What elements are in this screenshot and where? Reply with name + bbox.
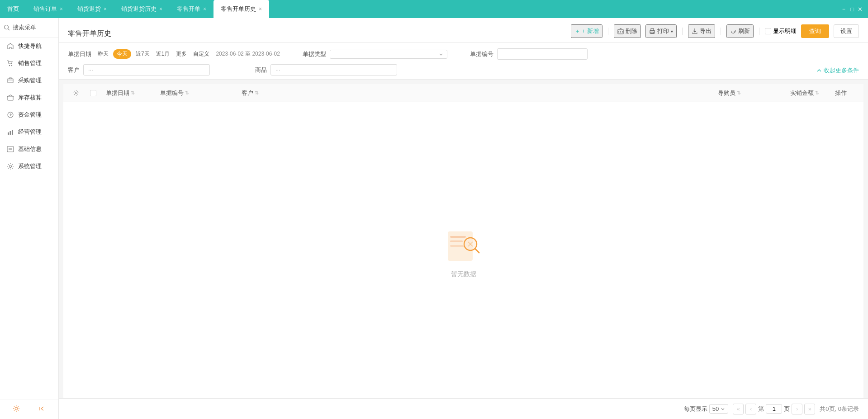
th-salesperson[interactable]: 导购员 ⇅ xyxy=(714,89,768,97)
collapse-button[interactable]: 收起更多条件 xyxy=(816,66,859,75)
chart-icon xyxy=(6,128,14,136)
table-wrapper: 单据日期 ⇅ 单据编号 ⇅ 客户 ⇅ 导购员 ⇅ 实销金额 ⇅ xyxy=(63,84,863,398)
delete-button[interactable]: 删除 xyxy=(614,24,641,38)
divider1 xyxy=(608,28,608,35)
date-opt-yesterday[interactable]: 昨天 xyxy=(96,49,110,59)
svg-rect-26 xyxy=(450,236,466,238)
tab-close-sales-return-history[interactable]: × xyxy=(159,6,162,12)
show-detail-toggle[interactable]: 显示明细 xyxy=(765,27,797,35)
th-date[interactable]: 单据日期 ⇅ xyxy=(102,89,157,97)
svg-rect-7 xyxy=(8,132,9,135)
customer-filter-field: 客户 ··· xyxy=(68,64,210,75)
date-opt-last-month[interactable]: 近1月 xyxy=(154,49,172,59)
order-no-input[interactable] xyxy=(497,48,588,60)
query-button[interactable]: 查询 xyxy=(801,24,829,38)
per-page-selector: 每页显示 50 xyxy=(684,404,728,414)
th-amount[interactable]: 实销金额 ⇅ xyxy=(768,89,823,97)
svg-rect-5 xyxy=(8,96,13,100)
minimize-button[interactable]: － xyxy=(841,5,847,13)
maximize-button[interactable]: □ xyxy=(850,6,854,13)
th-customer-label: 客户 xyxy=(242,89,253,97)
add-icon: ＋ xyxy=(574,27,580,35)
page-number-input[interactable] xyxy=(766,404,782,414)
sort-date-icon: ⇅ xyxy=(131,90,135,96)
tab-sales-order-label: 销售订单 xyxy=(33,5,57,13)
svg-point-14 xyxy=(15,407,18,410)
delete-icon xyxy=(617,28,624,34)
customer-input[interactable]: ··· xyxy=(83,64,210,75)
tab-home[interactable]: 首页 xyxy=(0,0,26,18)
th-settings[interactable] xyxy=(68,89,84,96)
export-label: 导出 xyxy=(700,27,711,35)
show-detail-checkbox[interactable] xyxy=(765,28,771,34)
sidebar-gear-button[interactable] xyxy=(12,405,20,414)
tab-close-retail-open[interactable]: × xyxy=(203,6,206,12)
svg-rect-10 xyxy=(7,146,14,152)
th-checkbox[interactable] xyxy=(84,90,102,96)
next-page-button[interactable]: › xyxy=(792,404,802,414)
delete-label: 删除 xyxy=(626,27,637,35)
order-no-label: 单据编号 xyxy=(470,50,493,58)
tab-sales-order[interactable]: 销售订单 × xyxy=(26,0,70,18)
tab-close-retail-history[interactable]: × xyxy=(259,6,262,12)
th-date-label: 单据日期 xyxy=(106,89,129,97)
print-icon xyxy=(649,28,655,34)
refresh-label: 刷新 xyxy=(738,27,750,35)
svg-rect-27 xyxy=(450,240,463,242)
sidebar-search[interactable]: 搜索采单 xyxy=(0,18,58,38)
date-opt-last7[interactable]: 近7天 xyxy=(134,49,152,59)
chevron-up-icon xyxy=(816,68,822,73)
tab-sales-return[interactable]: 销货退货 × xyxy=(70,0,114,18)
tab-sales-return-history[interactable]: 销货退货历史 × xyxy=(114,0,170,18)
date-opt-more[interactable]: 更多 xyxy=(174,49,189,59)
date-opt-custom[interactable]: 自定义 xyxy=(191,49,211,59)
select-all-checkbox[interactable] xyxy=(90,90,96,96)
th-customer[interactable]: 客户 ⇅ xyxy=(238,89,714,97)
tab-close-sales-order[interactable]: × xyxy=(60,6,63,12)
table-header: 单据日期 ⇅ 单据编号 ⇅ 客户 ⇅ 导购员 ⇅ 实销金额 ⇅ xyxy=(63,84,863,102)
setting-label: 设置 xyxy=(840,28,852,34)
last-page-button[interactable]: » xyxy=(804,404,815,414)
close-button[interactable]: ✕ xyxy=(858,6,863,13)
tab-close-sales-return[interactable]: × xyxy=(104,6,107,12)
tab-retail-history[interactable]: 零售开单历史 × xyxy=(213,0,269,18)
first-page-button[interactable]: « xyxy=(733,404,744,414)
print-arrow: ▾ xyxy=(671,29,673,34)
sidebar-item-finance[interactable]: 资金管理 xyxy=(0,106,58,123)
divider3 xyxy=(721,28,721,35)
empty-text: 暂无数据 xyxy=(451,270,476,278)
empty-state: 暂无数据 xyxy=(63,102,863,398)
sidebar-item-purchase[interactable]: 采购管理 xyxy=(0,72,58,89)
export-button[interactable]: 导出 xyxy=(688,24,715,38)
th-salesperson-label: 导购员 xyxy=(718,89,735,97)
print-button[interactable]: 打印 ▾ xyxy=(645,24,677,38)
home-icon xyxy=(6,42,14,50)
svg-point-24 xyxy=(75,92,77,94)
sidebar-item-quick-nav[interactable]: 快捷导航 xyxy=(0,38,58,55)
sidebar-item-operation[interactable]: 经营管理 xyxy=(0,123,58,141)
goods-input[interactable]: ··· xyxy=(270,64,397,75)
svg-rect-28 xyxy=(450,245,465,247)
refresh-button[interactable]: 刷新 xyxy=(726,24,754,38)
sidebar-item-basic[interactable]: 基础信息 xyxy=(0,141,58,158)
order-type-filter-group: 单据类型 xyxy=(303,50,447,59)
sidebar-collapse-button[interactable] xyxy=(38,405,46,414)
per-page-dropdown[interactable]: 50 xyxy=(709,404,728,414)
sidebar-item-sales[interactable]: 销售管理 xyxy=(0,55,58,72)
prev-page-button[interactable]: ‹ xyxy=(745,404,756,414)
sidebar-item-system[interactable]: 系统管理 xyxy=(0,158,58,175)
add-button[interactable]: ＋ + 新增 xyxy=(571,24,602,38)
sidebar-item-inventory[interactable]: 库存核算 xyxy=(0,89,58,106)
date-opt-today[interactable]: 今天 xyxy=(113,49,131,59)
warehouse-icon xyxy=(6,94,14,102)
date-filter-label: 单据日期 xyxy=(68,50,91,58)
chevron-down-icon xyxy=(439,52,443,56)
date-range-display: 2023-06-02 至 2023-06-02 xyxy=(216,50,280,58)
order-type-select[interactable] xyxy=(330,50,447,59)
divider4 xyxy=(759,28,759,35)
th-order-no[interactable]: 单据编号 ⇅ xyxy=(157,89,238,97)
tab-retail-open[interactable]: 零售开单 × xyxy=(170,0,213,18)
svg-rect-9 xyxy=(12,130,13,135)
tab-retail-history-label: 零售开单历史 xyxy=(221,5,256,13)
setting-button[interactable]: 设置 xyxy=(834,24,859,38)
